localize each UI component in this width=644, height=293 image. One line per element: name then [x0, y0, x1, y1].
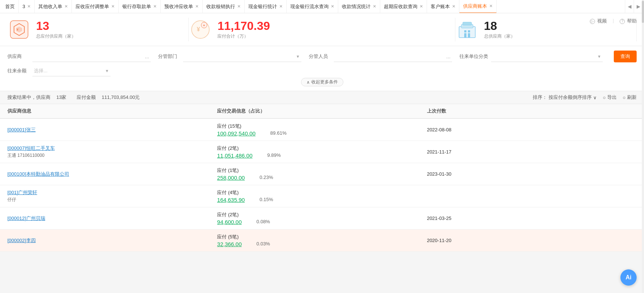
summary-prefix: 搜索结果中，供应商 — [7, 94, 50, 100]
supplier-sub-3: 仔仔 — [7, 197, 217, 203]
close-tab-bank-deposit[interactable]: ✕ — [153, 4, 157, 9]
payable-amount-0[interactable]: 100,092,540.00 — [217, 130, 255, 137]
nav-next-arrow[interactable]: ▶ — [634, 0, 643, 13]
nav-tab-cash-bank-flow[interactable]: 现金银行流水查询 ✕ — [287, 0, 338, 13]
payable-pct-4: 0.08% — [256, 219, 270, 224]
close-tab-ar-ap-adjust[interactable]: ✕ — [111, 4, 115, 9]
balance-select[interactable]: 选择... ▼ — [32, 65, 111, 76]
nav-prev-arrow[interactable]: ◀ — [625, 0, 634, 13]
nav-tab-customer-ledger[interactable]: 客户账本 ✕ — [427, 0, 459, 13]
help-link[interactable]: ? 帮助 — [620, 18, 637, 24]
top-nav: 首页 3 ✕ 其他收入单 ✕ 应收应付调整单 ✕ 银行存取款单 ✕ 预收冲应收单… — [0, 0, 644, 13]
supplier-more-icon[interactable]: ... — [145, 54, 149, 59]
supplier-link-001[interactable]: [001]广州荣轩 — [7, 190, 37, 195]
payable-pct-1: 9.89% — [267, 152, 281, 158]
nav-tab-bank-deposit[interactable]: 银行存取款单 ✕ — [119, 0, 161, 13]
table-header-row: 供应商信息 应付交易信息（占比） 上次付数 — [0, 104, 644, 119]
payable-label-2: 应付 (1笔) — [217, 167, 239, 174]
result-summary: 搜索结果中，供应商13家 应付金额111,703,854.00元 — [7, 94, 146, 101]
payable-label-0: 应付 (15笔) — [217, 123, 241, 130]
close-tab-receipt-stat[interactable]: ✕ — [373, 4, 376, 9]
refresh-button[interactable]: ○ 刷新 — [623, 94, 637, 101]
svg-rect-10 — [468, 30, 470, 32]
payable-pct-2: 0.23% — [259, 175, 273, 180]
nav-tab-cash-bank-stat[interactable]: 现金银行统计 ✕ — [245, 0, 287, 13]
payable-amount-4[interactable]: 94,600.00 — [217, 219, 242, 225]
last-pay-cell-2: 2023-01-30 — [427, 171, 637, 177]
supplier-link-000007[interactable]: [000007]恒旺二手叉车 — [7, 145, 55, 151]
payable-amount-5[interactable]: 32,366.00 — [217, 241, 242, 247]
video-icon: ▷ — [590, 19, 595, 24]
close-tab-overdue-ar[interactable]: ✕ — [420, 4, 423, 9]
filter-row-1: 供应商 ... 分管部门 ▼ 分管人员 ... 往来单位分类 ▼ — [7, 51, 637, 62]
col-header-payable: 应付交易信息（占比） — [217, 108, 427, 114]
sort-dropdown-icon: ∨ — [593, 95, 597, 100]
table-container: 供应商信息 应付交易信息（占比） 上次付数 [000001]张三 应付 (15笔… — [0, 104, 644, 252]
nav-tab-overdue-ar[interactable]: 超期应收款查询 ✕ — [380, 0, 427, 13]
filter-area: 供应商 ... 分管部门 ▼ 分管人员 ... 往来单位分类 ▼ — [0, 46, 644, 91]
supplier-input[interactable] — [34, 51, 145, 62]
supplier-info-cell-2: [000100]本特勤油品有限公司 — [7, 171, 217, 177]
close-tab-other-income[interactable]: ✕ — [64, 4, 68, 9]
svg-text:✦: ✦ — [203, 24, 206, 27]
dept-dropdown-icon: ▼ — [296, 54, 300, 59]
collapse-button[interactable]: ∧ 收起更多条件 — [301, 78, 343, 86]
table-row: [000012]广州贝瑞 应付 (2笔) 94,600.00 0.08% 202… — [0, 207, 644, 230]
close-tab-cash-bank-stat[interactable]: ✕ — [279, 4, 283, 9]
result-actions: 排序： 按应付余额倒序排序 ∨ ○ 导出 ○ 刷新 — [533, 94, 637, 101]
close-tab-payment-verify[interactable]: ✕ — [237, 4, 241, 9]
payable-amount-3[interactable]: 164,635.90 — [217, 197, 245, 203]
supplier-link-000012[interactable]: [000012]广州贝瑞 — [7, 216, 45, 221]
stat-text-payable: 13 总应付供应商（家） — [36, 20, 76, 39]
supplier-link-000100[interactable]: [000100]本特勤油品有限公司 — [7, 171, 69, 177]
nav-tab-3[interactable]: 3 ✕ — [19, 0, 35, 13]
person-more-icon[interactable]: ... — [446, 54, 451, 59]
close-tab-3[interactable]: ✕ — [27, 4, 31, 9]
help-area: ▷ 视频 | ? 帮助 — [590, 18, 637, 24]
nav-tab-other-income[interactable]: 其他收入单 ✕ — [35, 0, 72, 13]
payable-amount-2[interactable]: 258,000.00 — [217, 175, 245, 181]
close-tab-cash-bank-flow[interactable]: ✕ — [331, 4, 334, 9]
person-input[interactable] — [335, 51, 446, 62]
close-tab-prepay-ar[interactable]: ✕ — [195, 4, 199, 9]
nav-tab-prepay-ar[interactable]: 预收冲应收单 ✕ — [161, 0, 203, 13]
filter-unit-category: 往来单位分类 ▼ — [459, 51, 603, 62]
payable-cell-3: 应付 (4笔) 164,635.90 0.15% — [217, 189, 427, 203]
supplier-info-cell-5: [000002]李四 — [7, 237, 217, 244]
nav-tab-supplier-ledger[interactable]: 供应商账本 ✕ — [459, 0, 497, 13]
supplier-link-000002[interactable]: [000002]李四 — [7, 238, 36, 243]
last-pay-cell-1: 2021-11-17 — [427, 149, 637, 155]
table-row: [000100]本特勤油品有限公司 应付 (1笔) 258,000.00 0.2… — [0, 163, 644, 185]
export-button[interactable]: ○ 导出 — [603, 94, 617, 101]
nav-tab-ar-ap-adjust[interactable]: 应收应付调整单 ✕ — [72, 0, 119, 13]
payable-cell-1: 应付 (2笔) 11,051,486.00 9.89% — [217, 145, 427, 159]
close-tab-customer-ledger[interactable]: ✕ — [452, 4, 455, 9]
dept-select[interactable]: ▼ — [183, 51, 301, 62]
close-tab-supplier-ledger[interactable]: ✕ — [489, 4, 493, 8]
svg-rect-11 — [464, 33, 466, 38]
supplier-link-000001[interactable]: [000001]张三 — [7, 127, 36, 132]
nav-tab-payment-verify[interactable]: 收款核销执行 ✕ — [203, 0, 245, 13]
filter-person-label: 分管人员 — [309, 53, 331, 60]
nav-tab-home[interactable]: 首页 — [1, 0, 19, 13]
video-link[interactable]: ▷ 视频 — [590, 18, 607, 24]
sort-control[interactable]: 排序： 按应付余额倒序排序 ∨ — [533, 94, 597, 101]
scrollbar-track — [642, 0, 644, 252]
nav-arrows: ◀ ▶ — [625, 0, 643, 13]
supplier-info-cell-3: [001]广州荣轩 仔仔 — [7, 189, 217, 203]
nav-tab-receipt-stat[interactable]: 收款情况统计 ✕ — [338, 0, 380, 13]
svg-rect-9 — [464, 30, 466, 32]
collapse-arrow-icon: ∧ — [307, 80, 310, 85]
filter-balance-label: 往来余额 — [7, 68, 29, 74]
stat-text-suppliers: 18 总供应商（家） — [484, 20, 515, 39]
query-button[interactable]: 查询 — [614, 51, 637, 62]
divider: | — [613, 18, 614, 24]
payable-label-3: 应付 (4笔) — [217, 189, 239, 196]
payable-amount-1[interactable]: 11,051,486.00 — [217, 152, 252, 159]
scrollbar-thumb[interactable] — [642, 1, 644, 23]
stat-text-total: 11,170.39 应付合计（万） — [217, 20, 270, 39]
stat-label-payable: 总应付供应商（家） — [36, 33, 76, 39]
svg-rect-12 — [468, 33, 470, 38]
unit-category-select[interactable]: ▼ — [491, 51, 603, 62]
payable-cell-5: 应付 (5笔) 32,366.00 0.03% — [217, 234, 427, 247]
